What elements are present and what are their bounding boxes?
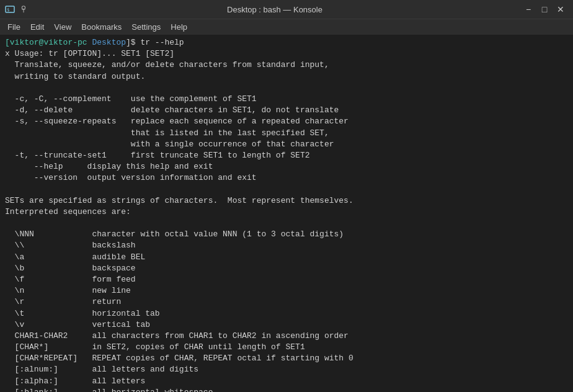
title-bar-left: $_ xyxy=(5,4,29,14)
close-button[interactable]: ✕ xyxy=(553,3,568,16)
app-icon: $_ xyxy=(5,4,15,14)
prompt-command: tr --help xyxy=(140,37,184,48)
menu-help[interactable]: Help xyxy=(166,21,192,33)
window: $_ Desktop : bash — Konsole − □ ✕ File E… xyxy=(0,0,573,392)
menu-edit[interactable]: Edit xyxy=(25,21,49,33)
menu-file[interactable]: File xyxy=(2,21,25,33)
prompt-path: Desktop xyxy=(87,37,126,48)
title-bar: $_ Desktop : bash — Konsole − □ ✕ xyxy=(0,0,573,19)
command-output: x Usage: tr [OPTION]... SET1 [SET2] Tran… xyxy=(5,48,568,392)
menu-view[interactable]: View xyxy=(49,21,76,33)
pin-icon xyxy=(19,4,29,14)
window-controls: − □ ✕ xyxy=(521,3,568,16)
prompt-dollar: ]$ xyxy=(126,37,140,48)
menu-settings[interactable]: Settings xyxy=(127,21,166,33)
terminal-output[interactable]: [viktor@viktor-pc Desktop ]$ tr --help x… xyxy=(0,35,573,392)
svg-text:$_: $_ xyxy=(7,7,12,12)
prompt-line: [viktor@viktor-pc Desktop ]$ tr --help xyxy=(5,37,568,48)
minimize-button[interactable]: − xyxy=(521,3,536,16)
prompt-host: [viktor@viktor-pc xyxy=(5,37,87,48)
window-title: Desktop : bash — Konsole xyxy=(227,5,322,14)
menu-bookmarks[interactable]: Bookmarks xyxy=(76,21,127,33)
maximize-button[interactable]: □ xyxy=(537,3,552,16)
svg-point-2 xyxy=(22,6,25,9)
menu-bar: File Edit View Bookmarks Settings Help xyxy=(0,19,573,35)
